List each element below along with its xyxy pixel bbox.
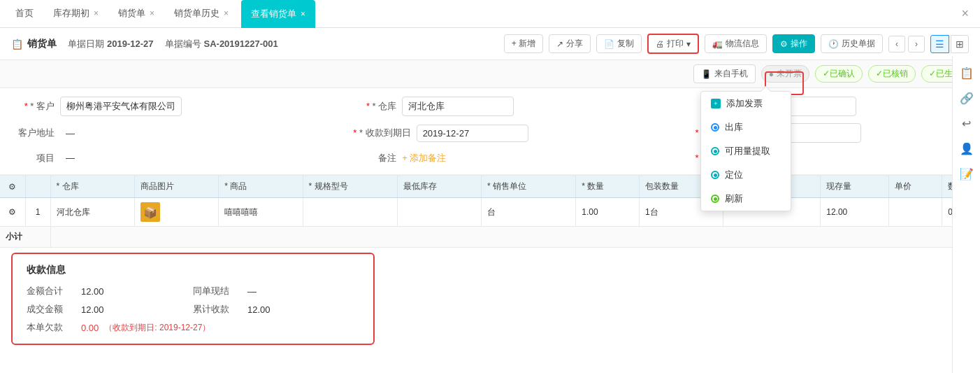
payment-date-label: * 收款到期日 — [353, 127, 416, 139]
form-section: * 客户 柳州粤港平安气体有限公司 * 仓库 河北仓库 业务员 演示账号 客户地… — [0, 88, 980, 175]
sidebar-user-icon[interactable]: 👤 — [956, 137, 978, 160]
table-row: ⚙ 1 河北仓库 📦 嘻嘻嘻嘻 台 1.00 1台 — [0, 198, 980, 227]
col-num — [25, 176, 50, 198]
address-field: 客户地址 — — [11, 125, 353, 141]
history-button[interactable]: 🕐 历史单据 — [821, 34, 883, 53]
summary-panel: 收款信息 金额合计 12.00 同单现结 — 成交金额 12.00 累计收款 1… — [11, 253, 375, 345]
menu-add-invoice[interactable]: + 添加发票 — [701, 92, 791, 115]
col-settings[interactable]: ⚙ — [0, 176, 25, 198]
payment-date-value[interactable]: 2019-12-27 — [417, 125, 528, 142]
tab-home[interactable]: 首页 — [6, 0, 43, 28]
locate-icon — [711, 171, 719, 179]
operations-dropdown: + 添加发票 出库 可用量提取 定位 — [700, 91, 791, 211]
row-price[interactable] — [889, 198, 942, 227]
cumulative-item: 累计收款 12.00 — [193, 303, 359, 316]
warehouse-field: * 仓库 河北仓库 — [353, 97, 695, 116]
from-mobile-button[interactable]: 📱 来自手机 — [693, 64, 756, 83]
row-quantity[interactable]: 1.00 — [576, 198, 640, 227]
row-spec[interactable] — [303, 198, 397, 227]
form-row-1: * 客户 柳州粤港平安气体有限公司 * 仓库 河北仓库 业务员 演示账号 — [11, 97, 969, 116]
prev-record-button[interactable]: ‹ — [888, 36, 905, 52]
col-unit: * 销售单位 — [482, 176, 576, 198]
share-button[interactable]: ↗ 分享 — [549, 34, 591, 53]
toolbar-row: 📱 来自手机 ● 未开票 ✓已确认 ✓已核销 ✓已生效 — [0, 60, 980, 88]
row-min-stock[interactable] — [397, 198, 481, 227]
row-warehouse[interactable]: 河北仓库 — [50, 198, 134, 227]
operations-icon: ⚙ — [780, 39, 788, 49]
payment-date-field: * 收款到期日 2019-12-27 — [353, 125, 695, 142]
warehouse-label: * 仓库 — [353, 100, 402, 113]
add-note-button[interactable]: + 添加备注 — [402, 152, 446, 164]
tab-inventory-close[interactable]: × — [94, 8, 99, 18]
tab-inventory[interactable]: 库存期初 × — [43, 0, 108, 28]
refresh-icon — [711, 195, 719, 203]
subtotal-label: 小计 — [0, 227, 50, 248]
warehouse-value[interactable]: 河北仓库 — [402, 97, 514, 116]
menu-locate[interactable]: 定位 — [701, 163, 791, 187]
customer-value[interactable]: 柳州粤港平安气体有限公司 — [60, 97, 182, 116]
operations-button[interactable]: ⚙ 操作 — [772, 34, 815, 53]
add-invoice-icon: + — [711, 99, 721, 108]
address-label: 客户地址 — [11, 127, 60, 139]
doc-number-label: 单据编号 SA-20191227-001 — [165, 38, 278, 50]
project-value[interactable]: — — [60, 150, 172, 166]
grid-view-button[interactable]: ⊞ — [951, 35, 969, 53]
logistics-icon: 🚛 — [712, 39, 723, 49]
stock-out-icon — [711, 123, 719, 132]
transaction-label: 成交金额 — [27, 303, 75, 316]
balance-value: 0.00 — [81, 323, 99, 333]
col-quantity: * 数量 — [576, 176, 640, 198]
window-close-button[interactable]: × — [956, 6, 974, 21]
row-current[interactable]: 12.00 — [821, 198, 889, 227]
tab-check-sales-close[interactable]: × — [301, 9, 305, 19]
tab-sales-close[interactable]: × — [150, 8, 154, 18]
tab-sales-history-close[interactable]: × — [224, 8, 229, 18]
list-view-button[interactable]: ☰ — [930, 35, 949, 53]
col-warehouse: * 仓库 — [50, 176, 134, 198]
sidebar-return-icon[interactable]: ↩ — [956, 112, 978, 134]
logistics-button[interactable]: 🚛 物流信息 — [705, 34, 767, 53]
print-dropdown-arrow: ▾ — [686, 39, 691, 49]
copy-button[interactable]: 📄 复制 — [596, 34, 642, 53]
confirmed-badge: ✓已确认 — [815, 65, 863, 83]
row-unit[interactable]: 台 — [482, 198, 576, 227]
right-sidebar: 📋 🔗 ↩ 👤 📝 ⛶ — [952, 56, 980, 373]
tab-check-sales[interactable]: 查看销货单 × — [241, 0, 315, 28]
col-image: 商品图片 — [134, 176, 218, 198]
col-spec: * 规格型号 — [303, 176, 397, 198]
balance-note: （收款到期日: 2019-12-27） — [104, 322, 210, 334]
col-price: 单价 — [889, 176, 942, 198]
doc-icon: 📋 — [11, 38, 23, 50]
menu-available-qty[interactable]: 可用量提取 — [701, 139, 791, 163]
ticket-icon: ● — [769, 69, 774, 79]
row-product[interactable]: 嘻嘻嘻嘻 — [219, 198, 303, 227]
doc-actions: + 新增 ↗ 分享 📄 复制 🖨 打印 ▾ 🚛 物流信息 — [504, 34, 969, 54]
sidebar-note-icon[interactable]: 📝 — [956, 162, 978, 185]
print-icon: 🖨 — [656, 39, 664, 49]
next-record-button[interactable]: › — [908, 36, 925, 52]
tab-bar: 首页 库存期初 × 销货单 × 销货单历史 × 查看销货单 × × — [0, 0, 980, 28]
subtotal-values — [50, 227, 980, 248]
form-row-3: 项目 — 备注 + 添加备注 * 业务员孟 — — [11, 150, 969, 166]
same-order-item: 同单现结 — — [193, 285, 359, 297]
row-num: 1 — [25, 198, 50, 227]
tab-sales-history[interactable]: 销货单历史 × — [164, 0, 238, 28]
row-settings[interactable]: ⚙ — [0, 198, 25, 227]
transaction-item: 成交金额 12.00 — [27, 303, 193, 316]
address-value[interactable]: — — [60, 125, 172, 141]
print-button[interactable]: 🖨 打印 ▾ — [647, 34, 699, 54]
doc-header: 📋 销货单 单据日期 2019-12-27 单据编号 SA-20191227-0… — [0, 28, 980, 60]
tab-sales[interactable]: 销货单 × — [108, 0, 164, 28]
col-current: 现存量 — [821, 176, 889, 198]
total-amount-label: 金额合计 — [27, 285, 75, 297]
note-label: 备注 — [353, 152, 402, 164]
menu-stock-out[interactable]: 出库 — [701, 115, 791, 139]
total-amount-value: 12.00 — [81, 286, 104, 297]
available-qty-icon — [711, 147, 719, 155]
menu-refresh[interactable]: 刷新 — [701, 187, 791, 211]
sidebar-doc-icon[interactable]: 📋 — [956, 62, 978, 84]
project-label: 项目 — [11, 152, 60, 164]
new-button[interactable]: + 新增 — [504, 34, 543, 53]
sidebar-link-icon[interactable]: 🔗 — [956, 87, 978, 109]
summary-grid: 金额合计 12.00 同单现结 — 成交金额 12.00 累计收款 12.00 … — [27, 285, 359, 334]
